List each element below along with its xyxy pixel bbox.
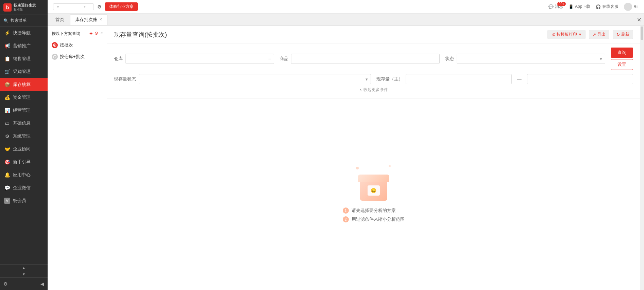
user-profile[interactable]: Rit bbox=[624, 3, 639, 11]
right-scroll-thumb[interactable] bbox=[641, 26, 643, 40]
tabbar: 首页 库存批次账 ✕ ✕ bbox=[48, 14, 644, 26]
left-panel-actions: + ⊙ « bbox=[89, 31, 103, 37]
sidebar-item-member[interactable]: V 畅会员 bbox=[0, 194, 48, 207]
scheme-item-warehouse-batch[interactable]: 按仓库+批次 bbox=[48, 51, 107, 62]
app-name: 畅康通好生意 bbox=[14, 3, 36, 7]
message-btn[interactable]: 💬 消息 99+ bbox=[548, 4, 563, 10]
filter-warehouse: 仓库 ··· bbox=[114, 54, 274, 64]
headset-icon: 🎧 bbox=[596, 4, 601, 9]
scheme-inactive-icon bbox=[52, 54, 58, 60]
right-scrollbar[interactable] bbox=[640, 26, 644, 290]
purchase-icon: 🛒 bbox=[4, 69, 10, 75]
sales-icon: 📋 bbox=[4, 56, 10, 62]
status-dropdown-icon: ▾ bbox=[600, 56, 602, 61]
tab-panel-close-icon[interactable]: ✕ bbox=[637, 16, 641, 23]
qty-divider: — bbox=[514, 77, 524, 82]
sidebar-item-xitong[interactable]: ⚙ 系统管理 bbox=[0, 130, 48, 143]
empty-instructions: 1 请先选择要分析的方案 2 用过滤条件来缩小分析范围 bbox=[343, 207, 405, 225]
scheme-item-batch[interactable]: 按批次 bbox=[48, 39, 107, 51]
sidebar-item-kuaijie[interactable]: ⚡ 快捷导航 bbox=[0, 26, 48, 39]
sidebar-scroll-up[interactable]: ▲ bbox=[0, 264, 48, 271]
sidebar-item-app[interactable]: 🔔 应用中心 bbox=[0, 168, 48, 181]
sidebar-search[interactable]: 🔍 搜索菜单 bbox=[0, 15, 48, 26]
step-1-num: 1 bbox=[343, 207, 349, 214]
left-panel: 按以下方案查询 + ⊙ « 按批次 bbox=[48, 26, 107, 290]
warehouse-input[interactable]: ··· bbox=[125, 54, 274, 64]
query-button[interactable]: 查询 bbox=[611, 48, 633, 58]
sidebar-header: b 畅康通好生意 标准版 bbox=[0, 0, 48, 15]
sidebar-item-kucun[interactable]: 📦 库存核算 bbox=[0, 78, 48, 91]
topbar-search-input[interactable] bbox=[61, 4, 82, 9]
left-panel-header: 按以下方案查询 + ⊙ « bbox=[48, 29, 107, 39]
topbar-search-box[interactable]: ▼ ▼ bbox=[53, 3, 94, 10]
app-logo: b 畅康通好生意 标准版 bbox=[3, 3, 44, 12]
print-icon: 🖨 bbox=[551, 32, 555, 37]
filter-row-1: 仓库 ··· 商品 ··· bbox=[114, 48, 633, 70]
refresh-btn[interactable]: ↻ 刷新 bbox=[613, 30, 633, 39]
page-header-top: 现存量查询(按批次) 🖨 按模板打印 ▼ ↗ 导出 bbox=[114, 30, 633, 39]
add-scheme-btn[interactable]: + bbox=[89, 31, 92, 37]
sidebar-item-jingying[interactable]: 📊 经营管理 bbox=[0, 104, 48, 117]
scheme-settings-icon[interactable]: ⊙ bbox=[95, 31, 98, 37]
sidebar-item-xiaoshou[interactable]: 📋 销售管理 bbox=[0, 52, 48, 65]
logo-icon: b bbox=[3, 3, 12, 12]
tab-home[interactable]: 首页 bbox=[50, 14, 69, 25]
member-icon: V bbox=[4, 198, 10, 204]
filter-collapse-btn[interactable]: ∧ 收起更多条件 bbox=[114, 86, 633, 94]
tab-inventory-batch[interactable]: 库存批次账 ✕ bbox=[70, 14, 107, 25]
search-icon: 🔍 bbox=[3, 18, 9, 23]
sidebar-item-yingxiao[interactable]: 📢 营销推广 bbox=[0, 39, 48, 52]
export-icon: ↗ bbox=[593, 32, 596, 37]
filter-product: 商品 ··· bbox=[279, 54, 440, 64]
sidebar-item-qiye[interactable]: 🤝 企业协同 bbox=[0, 143, 48, 156]
settings-footer-icon[interactable]: ⚙ bbox=[3, 281, 8, 287]
stock-qty-from[interactable] bbox=[406, 74, 512, 84]
export-btn[interactable]: ↗ 导出 bbox=[589, 30, 609, 39]
inventory-icon: 📦 bbox=[4, 81, 10, 88]
status-select[interactable]: ▾ bbox=[457, 54, 605, 64]
sidebar-item-weixin[interactable]: 💬 企业微信 bbox=[0, 181, 48, 194]
sidebar-item-xinshou[interactable]: 🎯 新手引导 bbox=[0, 156, 48, 168]
finance-icon: 💰 bbox=[4, 94, 10, 101]
svg-point-1 bbox=[54, 44, 55, 46]
chevron-up-icon: ▲ bbox=[22, 266, 26, 270]
collapse-up-icon: ∧ bbox=[359, 88, 362, 92]
product-input[interactable]: ··· bbox=[291, 54, 440, 64]
topbar-left: ▼ ▼ ⚙ 体验行业方案 bbox=[53, 2, 545, 11]
settings-button[interactable]: 设置 bbox=[611, 59, 633, 70]
stock-status-select[interactable]: ▾ bbox=[139, 74, 371, 84]
nav-icon: ⚡ bbox=[4, 30, 10, 36]
experience-btn[interactable]: 体验行业方案 bbox=[105, 2, 138, 11]
marketing-icon: 📢 bbox=[4, 43, 10, 49]
app-center-icon: 🔔 bbox=[4, 172, 10, 178]
sidebar-item-caigou[interactable]: 🛒 采购管理 bbox=[0, 65, 48, 78]
operations-icon: 📊 bbox=[4, 107, 10, 113]
app-download-btn[interactable]: 📱 App下载 bbox=[569, 4, 590, 10]
scheme-active-icon bbox=[52, 42, 58, 48]
collapse-sidebar-icon[interactable]: ◀ bbox=[40, 281, 44, 287]
print-btn[interactable]: 🖨 按模板打印 ▼ bbox=[547, 30, 586, 39]
sidebar-scroll-down[interactable]: ▼ bbox=[0, 271, 48, 277]
empty-step-1: 1 请先选择要分析的方案 bbox=[343, 207, 405, 214]
base-icon: 🗂 bbox=[4, 120, 10, 126]
empty-step-2: 2 用过滤条件来缩小分析范围 bbox=[343, 216, 405, 222]
filter-stock-status: 现存量状态 ▾ bbox=[114, 74, 371, 84]
search-small-icon: ▼ bbox=[56, 5, 60, 9]
empty-illustration: 😊 bbox=[353, 163, 394, 201]
sidebar-item-zijin[interactable]: 💰 资金管理 bbox=[0, 91, 48, 104]
topbar-gear-icon[interactable]: ⚙ bbox=[97, 4, 102, 10]
step-2-num: 2 bbox=[343, 216, 349, 222]
collapse-panel-icon[interactable]: « bbox=[100, 31, 103, 37]
print-dropdown-icon: ▼ bbox=[578, 33, 582, 36]
chevron-down-icon: ▼ bbox=[22, 272, 26, 276]
product-more-btn[interactable]: ··· bbox=[434, 57, 437, 61]
tab-close-icon[interactable]: ✕ bbox=[99, 17, 102, 22]
empty-state: 😊 1 请先选择要分析的方案 2 用过滤条件来缩小分析范围 bbox=[107, 98, 640, 290]
online-service-btn[interactable]: 🎧 在线客服 bbox=[596, 4, 618, 10]
dropdown-arrow-icon: ▼ bbox=[83, 5, 86, 8]
stock-qty-to[interactable] bbox=[527, 74, 633, 84]
sidebar-item-jichu[interactable]: 🗂 基础信息 bbox=[0, 117, 48, 130]
warehouse-more-btn[interactable]: ··· bbox=[268, 57, 271, 61]
system-icon: ⚙ bbox=[4, 133, 10, 139]
page-title: 现存量查询(按批次) bbox=[114, 31, 167, 39]
